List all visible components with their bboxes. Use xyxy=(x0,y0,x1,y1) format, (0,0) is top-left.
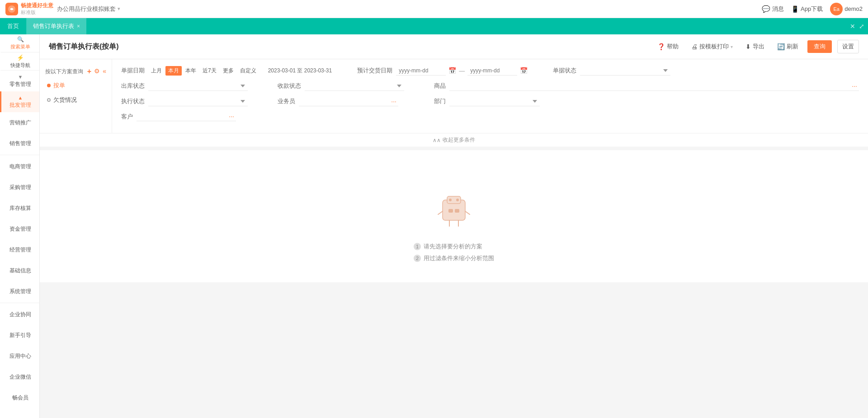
department-select[interactable] xyxy=(449,96,540,106)
salesperson-input-area[interactable]: ··· xyxy=(299,97,398,106)
execution-select[interactable] xyxy=(148,96,248,106)
sidebar-item-member[interactable]: 畅会员 xyxy=(0,387,39,408)
department-label: 部门 xyxy=(434,97,446,105)
date-tab-more[interactable]: 更多 xyxy=(220,66,236,76)
scheme-dot-icon xyxy=(47,98,51,102)
scheme-item-by-debt[interactable]: 欠货情况 xyxy=(40,93,112,107)
tab-sales-order[interactable]: 销售订单执行表 × xyxy=(27,18,86,34)
collapse-arrow-icon: ∧∧ xyxy=(433,137,441,143)
sidebar-item-quicknav[interactable]: ⚡ 快捷导航 xyxy=(0,52,39,71)
scheme-collapse-icon[interactable]: « xyxy=(103,67,106,76)
filter-expected-date-field: 预计交货日期 📅 — 📅 xyxy=(357,66,528,76)
app-download-button[interactable]: 📱 App下载 xyxy=(791,5,823,13)
sidebar-item-sales[interactable]: 销售管理 xyxy=(0,133,39,154)
filter-fields: 单据日期 上月 本月 本年 近7天 更多 自定义 2023-03-0 xyxy=(112,59,868,133)
logo-area: 畅捷通好生意 标准版 xyxy=(5,2,53,15)
customer-label: 客户 xyxy=(121,113,133,121)
date-tab-this-year[interactable]: 本年 xyxy=(183,66,199,76)
salesperson-label: 业务员 xyxy=(278,97,295,105)
message-button[interactable]: 💬 消息 xyxy=(762,5,784,13)
export-button[interactable]: ⬇ 导出 xyxy=(742,41,768,52)
query-button[interactable]: 查询 xyxy=(807,40,832,53)
sidebar-item-enterprise[interactable]: 企业协同 xyxy=(0,304,39,325)
help-icon: ❓ xyxy=(657,43,665,50)
page-header: 销售订单执行表(按单) ❓ 帮助 🖨 按模板打印 ▾ ⬇ 导出 🔄 刷新 xyxy=(40,34,868,59)
export-icon: ⬇ xyxy=(745,43,751,50)
sidebar-item-newbie[interactable]: 新手引导 xyxy=(0,325,39,346)
filter-goods-field: 商品 ··· xyxy=(434,81,859,91)
date-tab-custom[interactable]: 自定义 xyxy=(237,66,259,76)
customer-ellipsis-icon[interactable]: ··· xyxy=(229,113,234,120)
filter-row-1: 单据日期 上月 本月 本年 近7天 更多 自定义 2023-03-0 xyxy=(121,66,859,76)
sidebar-item-system[interactable]: 系统管理 xyxy=(0,281,39,302)
tip-number-2: 2 xyxy=(414,255,421,262)
salesperson-ellipsis-icon[interactable]: ··· xyxy=(391,98,396,105)
print-button[interactable]: 🖨 按模板打印 ▾ xyxy=(688,41,736,52)
tab-home[interactable]: 首页 xyxy=(0,18,27,34)
expected-date-start-input[interactable] xyxy=(396,66,446,76)
help-button[interactable]: ❓ 帮助 xyxy=(654,41,682,52)
delivery-select[interactable] xyxy=(148,81,248,91)
topbar-right: 💬 消息 📱 App下载 Ea demo2 xyxy=(762,3,863,15)
refresh-icon: 🔄 xyxy=(777,43,785,50)
date-label: 单据日期 xyxy=(121,66,145,75)
sidebar-item-purchase[interactable]: 采购管理 xyxy=(0,177,39,198)
goods-ellipsis-icon[interactable]: ··· xyxy=(852,82,857,90)
scheme-header-actions: + ⚙ « xyxy=(87,67,106,76)
calendar-start-icon[interactable]: 📅 xyxy=(448,67,456,74)
settings-button[interactable]: 设置 xyxy=(837,40,859,53)
expected-date-end-input[interactable] xyxy=(467,66,517,76)
filter-layout: 按以下方案查询 + ⚙ « 按单 欠货情况 xyxy=(40,59,868,133)
sidebar-item-ecommerce[interactable]: 电商管理 xyxy=(0,156,39,177)
sidebar-item-search[interactable]: 🔍 搜索菜单 xyxy=(0,34,39,52)
filter-row-3: 执行状态 业务员 ··· 部门 xyxy=(121,96,859,106)
scheme-dot-active xyxy=(47,84,51,87)
date-tab-current-month[interactable]: 本月 xyxy=(165,66,182,76)
delivery-label: 出库状态 xyxy=(121,82,145,90)
sidebar-item-marketing[interactable]: 营销推广 xyxy=(0,112,39,133)
sidebar-item-inventory[interactable]: 库存核算 xyxy=(0,198,39,218)
sidebar-item-wholesale[interactable]: ▲ 批发管理 xyxy=(0,91,39,112)
execution-label: 执行状态 xyxy=(121,97,145,105)
sidebar-item-operations[interactable]: 经营管理 xyxy=(0,239,39,260)
scheme-item-by-order[interactable]: 按单 xyxy=(40,78,112,93)
sidebar-item-retail[interactable]: ▼ 零售管理 xyxy=(0,71,39,91)
date-tab-last7[interactable]: 近7天 xyxy=(200,66,219,76)
maximize-icon[interactable]: ⤢ xyxy=(859,23,864,30)
calendar-end-icon[interactable]: 📅 xyxy=(520,67,528,74)
expected-date-label: 预计交货日期 xyxy=(357,66,392,75)
customer-input-area[interactable]: ··· xyxy=(137,112,236,121)
sidebar-item-basic[interactable]: 基础信息 xyxy=(0,260,39,281)
status-select-wrapper xyxy=(580,66,859,76)
quicknav-icon: ⚡ xyxy=(17,54,24,61)
scheme-settings-icon[interactable]: ⚙ xyxy=(94,67,100,76)
filter-execution-field: 执行状态 xyxy=(121,96,261,106)
tip-number-1: 1 xyxy=(414,243,421,250)
topbar-left: 畅捷通好生意 标准版 办公用品行业模拟账套 ▾ xyxy=(5,2,120,15)
goods-label: 商品 xyxy=(434,82,446,90)
goods-input-area[interactable]: ··· xyxy=(449,81,859,91)
filter-panel: 按以下方案查询 + ⚙ « 按单 欠货情况 xyxy=(40,59,868,147)
refresh-button[interactable]: 🔄 刷新 xyxy=(774,41,802,52)
filter-row-2: 出库状态 收款状态 商品 xyxy=(121,81,859,91)
date-tab-last-month[interactable]: 上月 xyxy=(148,66,165,76)
scheme-header: 按以下方案查询 + ⚙ « xyxy=(40,65,112,78)
date-tabs: 上月 本月 本年 近7天 更多 自定义 xyxy=(148,66,259,76)
tab-close-icon[interactable]: × xyxy=(77,24,80,29)
empty-state: 1 请先选择要分析的方案 2 用过滤条件来缩小分析范围 xyxy=(40,150,868,282)
search-icon: 🔍 xyxy=(17,36,24,43)
collection-select[interactable] xyxy=(305,81,404,91)
close-window-icon[interactable]: ✕ xyxy=(850,23,855,30)
sidebar-item-wechat[interactable]: 企业微信 xyxy=(0,366,39,387)
scheme-add-icon[interactable]: + xyxy=(87,67,91,76)
filter-date-field: 单据日期 上月 本月 本年 近7天 更多 自定义 xyxy=(121,66,259,76)
status-select[interactable] xyxy=(580,66,670,76)
status-label: 单据状态 xyxy=(553,66,576,75)
empty-tip-2: 2 用过滤条件来缩小分析范围 xyxy=(414,252,494,264)
user-avatar-area[interactable]: Ea demo2 xyxy=(830,3,863,15)
sidebar-item-appstore[interactable]: 应用中心 xyxy=(0,346,39,366)
svg-point-4 xyxy=(456,199,459,201)
sidebar-item-finance[interactable]: 资金管理 xyxy=(0,218,39,239)
collapse-button[interactable]: ∧∧ 收起更多条件 xyxy=(40,133,868,147)
breadcrumb[interactable]: 办公用品行业模拟账套 ▾ xyxy=(57,5,120,13)
